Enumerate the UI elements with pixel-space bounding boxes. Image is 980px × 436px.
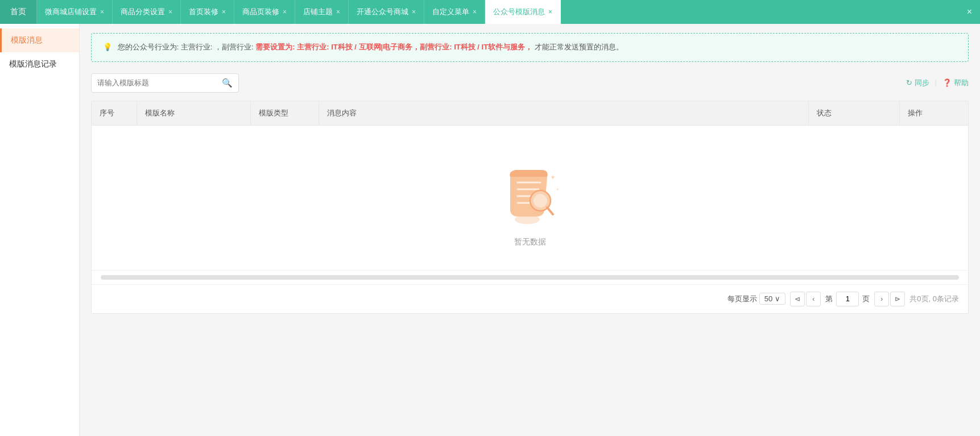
close-homepage-tab[interactable]: ×: [222, 8, 226, 16]
search-icon[interactable]: 🔍: [222, 78, 233, 88]
data-table: 序号 模版名称 模版类型 消息内容 状态 操作: [91, 101, 969, 314]
theme-tab-label: 店铺主题: [303, 7, 333, 17]
pagination-nav-right: › ⊳: [874, 292, 905, 306]
sidebar-item-template-message-record[interactable]: 模版消息记录: [0, 52, 79, 76]
sync-icon: ↻: [906, 78, 912, 87]
close-all-tabs[interactable]: ×: [959, 7, 980, 17]
search-input[interactable]: [97, 78, 222, 87]
th-index: 序号: [92, 101, 137, 125]
table-header: 序号 模版名称 模版类型 消息内容 状态 操作: [92, 101, 968, 126]
notice-text2: 才能正常发送预置的消息。: [535, 43, 623, 51]
page-size-value: 50: [764, 294, 772, 303]
nav-tab-weshop[interactable]: 微商城店铺设置 ×: [37, 0, 113, 24]
scrollbar-area: [92, 270, 968, 284]
sidebar-label-template-message-record: 模版消息记录: [9, 59, 57, 68]
sidebar-item-template-message[interactable]: 模版消息: [0, 28, 79, 52]
nav-tab-home[interactable]: 首页: [0, 0, 37, 24]
nav-tab-homepage[interactable]: 首页装修 ×: [181, 0, 234, 24]
nav-tab-theme[interactable]: 店铺主题 ×: [295, 0, 349, 24]
home-tab-label: 首页: [10, 7, 26, 17]
sync-label: 同步: [915, 78, 929, 88]
close-theme-tab[interactable]: ×: [336, 8, 340, 16]
page-suffix-label: 页: [862, 294, 870, 304]
help-button[interactable]: ❓ 帮助: [942, 78, 969, 88]
top-nav: 首页 微商城店铺设置 × 商品分类设置 × 首页装修 × 商品页装修 × 店铺主…: [0, 0, 980, 24]
page-size-dropdown[interactable]: 50 ∨: [759, 293, 785, 305]
action-divider: |: [935, 78, 937, 87]
homepage-tab-label: 首页装修: [189, 7, 218, 17]
wechat-mall-tab-label: 开通公众号商城: [357, 7, 408, 17]
close-weshop-tab[interactable]: ×: [100, 8, 104, 16]
close-wechat-mall-tab[interactable]: ×: [412, 8, 416, 16]
svg-text:✦: ✦: [550, 173, 556, 181]
custom-menu-tab-label: 自定义菜单: [432, 7, 469, 17]
search-bar: 🔍 ↻ 同步 | ❓ 帮助: [91, 73, 969, 93]
prev-page-button[interactable]: ‹: [806, 292, 821, 306]
nav-tab-template-msg[interactable]: 公众号模版消息 ×: [485, 0, 561, 24]
svg-text:✦: ✦: [556, 187, 560, 192]
notice-highlight: 需要设置为: 主营行业: IT科技 / 互联网|电子商务，副营行业: IT科技 …: [255, 43, 532, 51]
notice-icon: 💡: [103, 43, 112, 51]
dropdown-arrow-icon: ∨: [775, 294, 780, 303]
nav-tab-custom-menu[interactable]: 自定义菜单 ×: [424, 0, 485, 24]
empty-illustration: ✦ ✦: [496, 160, 564, 228]
productpage-tab-label: 商品页装修: [242, 7, 279, 17]
sync-button[interactable]: ↻ 同步: [906, 78, 929, 88]
category-tab-label: 商品分类设置: [121, 7, 165, 17]
th-type: 模版类型: [251, 101, 319, 125]
notice-banner: 💡 您的公众号行业为: 主营行业: ，副营行业: 需要设置为: 主营行业: IT…: [91, 33, 969, 62]
close-custom-menu-tab[interactable]: ×: [473, 8, 477, 16]
help-label: 帮助: [954, 78, 969, 88]
main-layout: 模版消息 模版消息记录 💡 您的公众号行业为: 主营行业: ，副营行业: 需要设…: [0, 24, 980, 436]
page-size-select: 每页显示 50 ∨: [727, 293, 785, 305]
nav-tab-wechat-mall[interactable]: 开通公众号商城 ×: [349, 0, 424, 24]
close-productpage-tab[interactable]: ×: [283, 8, 287, 16]
page-prefix-label: 第: [825, 294, 833, 304]
content-area: 💡 您的公众号行业为: 主营行业: ，副营行业: 需要设置为: 主营行业: IT…: [80, 24, 980, 436]
total-info: 共0页, 0条记录: [909, 294, 959, 304]
help-icon: ❓: [942, 78, 952, 87]
sidebar: 模版消息 模版消息记录: [0, 24, 80, 436]
sidebar-label-template-message: 模版消息: [11, 35, 43, 44]
page-size-label: 每页显示: [727, 294, 757, 304]
close-template-msg-tab[interactable]: ×: [548, 8, 552, 16]
first-page-button[interactable]: ⊲: [790, 292, 805, 306]
next-page-button[interactable]: ›: [874, 292, 889, 306]
weshop-tab-label: 微商城店铺设置: [45, 7, 97, 17]
notice-text1: 您的公众号行业为: 主营行业: ，副营行业:: [118, 43, 256, 51]
th-status: 状态: [809, 101, 900, 125]
horizontal-scrollbar[interactable]: [101, 275, 959, 280]
empty-text: 暂无数据: [514, 237, 546, 247]
search-input-wrap[interactable]: 🔍: [91, 73, 239, 93]
last-page-button[interactable]: ⊳: [890, 292, 905, 306]
template-msg-tab-label: 公众号模版消息: [493, 7, 545, 17]
pagination: 每页显示 50 ∨ ⊲ ‹ 第 页 › ⊳: [92, 284, 968, 313]
page-number-input[interactable]: [836, 292, 859, 306]
close-category-tab[interactable]: ×: [168, 8, 172, 16]
page-input-wrap: 第 页: [825, 292, 870, 306]
nav-tab-productpage[interactable]: 商品页装修 ×: [234, 0, 295, 24]
th-name: 模版名称: [137, 101, 251, 125]
nav-tab-category[interactable]: 商品分类设置 ×: [113, 0, 181, 24]
th-content: 消息内容: [319, 101, 809, 125]
search-actions: ↻ 同步 | ❓ 帮助: [906, 78, 969, 88]
th-actions: 操作: [900, 101, 968, 125]
empty-state: ✦ ✦ 暂无数据: [92, 126, 968, 270]
svg-point-6: [534, 194, 547, 207]
svg-line-7: [547, 207, 553, 214]
pagination-nav: ⊲ ‹: [790, 292, 821, 306]
